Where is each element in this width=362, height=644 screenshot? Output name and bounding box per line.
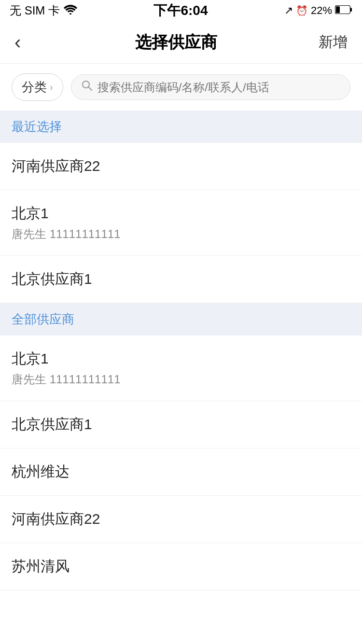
category-button[interactable]: 分类 › — [12, 73, 63, 101]
item-name: 北京供应商1 — [12, 269, 350, 289]
item-name: 杭州维达 — [12, 462, 350, 482]
search-input[interactable] — [97, 81, 340, 94]
search-box[interactable] — [71, 74, 350, 100]
item-name: 苏州清风 — [12, 557, 350, 576]
item-sub: 唐先生 11111111111 — [12, 372, 350, 387]
recent-items-list: 河南供应商22北京1唐先生 11111111111北京供应商1 — [0, 143, 362, 303]
location-icon: ↗ — [284, 4, 293, 17]
alarm-icon: ⏰ — [296, 5, 308, 16]
recent-list-item[interactable]: 北京供应商1 — [0, 256, 362, 303]
item-sub: 唐先生 11111111111 — [12, 226, 350, 242]
item-name: 北京1 — [12, 349, 350, 369]
status-time: 下午6:04 — [153, 1, 208, 20]
all-section-label: 全部供应商 — [12, 312, 74, 326]
recent-list-item[interactable]: 河南供应商22 — [0, 143, 362, 190]
all-list-item[interactable]: 河南供应商22 — [0, 496, 362, 543]
item-name: 北京供应商1 — [12, 415, 350, 434]
all-list-item[interactable]: 苏州清风 — [0, 543, 362, 590]
svg-rect-3 — [336, 6, 340, 13]
svg-line-5 — [88, 87, 92, 91]
battery-icon — [335, 4, 352, 17]
all-list-item[interactable]: 北京1唐先生 11111111111 — [0, 336, 362, 401]
svg-point-0 — [70, 13, 71, 14]
battery-percent: 22% — [311, 4, 332, 17]
recent-section-label: 最近选择 — [12, 119, 62, 134]
all-section-header: 全部供应商 — [0, 303, 362, 336]
item-name: 河南供应商22 — [12, 509, 350, 529]
svg-rect-2 — [350, 8, 352, 12]
wifi-icon — [64, 4, 77, 17]
recent-section-header: 最近选择 — [0, 111, 362, 143]
nav-bar: ‹ 选择供应商 新增 — [0, 21, 362, 64]
all-items-list: 北京1唐先生 11111111111北京供应商1杭州维达河南供应商22苏州清风 — [0, 336, 362, 590]
filter-bar: 分类 › — [0, 64, 362, 111]
status-right: ↗ ⏰ 22% — [284, 4, 352, 17]
chevron-right-icon: › — [50, 82, 53, 93]
item-name: 河南供应商22 — [12, 156, 350, 176]
recent-list-item[interactable]: 北京1唐先生 11111111111 — [0, 190, 362, 256]
status-bar: 无 SIM 卡 下午6:04 ↗ ⏰ 22% — [0, 0, 362, 21]
all-list-item[interactable]: 北京供应商1 — [0, 401, 362, 448]
back-icon: ‹ — [14, 31, 21, 53]
all-list-item[interactable]: 杭州维达 — [0, 448, 362, 496]
search-icon — [81, 80, 93, 95]
item-name: 北京1 — [12, 204, 350, 224]
category-label: 分类 — [22, 79, 47, 96]
sim-text: 无 SIM 卡 — [10, 3, 60, 18]
back-button[interactable]: ‹ — [14, 31, 43, 53]
add-button[interactable]: 新增 — [309, 32, 348, 52]
page-title: 选择供应商 — [135, 31, 217, 54]
status-left: 无 SIM 卡 — [10, 3, 77, 18]
